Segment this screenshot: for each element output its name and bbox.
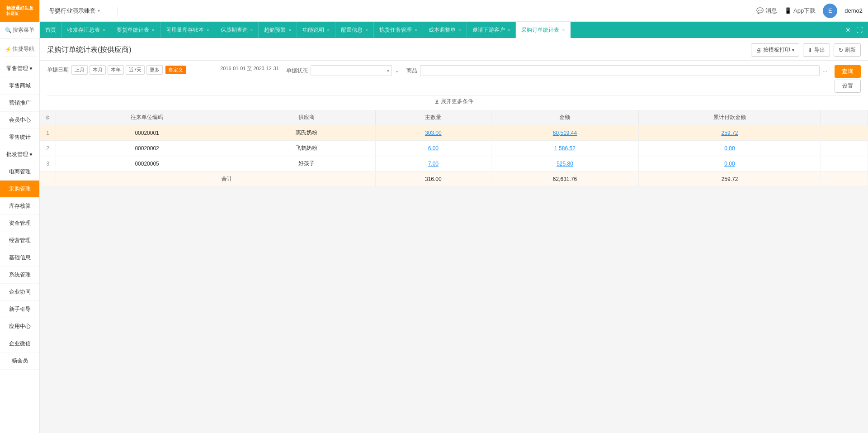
filter-top-row: 单据日期 上月本月本年近7天更多 自定义 2016-01-01 至 2023-1… xyxy=(47,65,861,93)
username-label[interactable]: demo2 xyxy=(844,7,863,14)
date-option-更多[interactable]: 更多 xyxy=(146,65,163,75)
status-select[interactable] xyxy=(311,65,392,76)
print-button[interactable]: 🖨 按模板打印 ▾ xyxy=(751,43,799,57)
sidebar-item-批发管理[interactable]: 批发管理▼ xyxy=(0,146,39,163)
tab-采购订单统计表[interactable]: 采购订单统计表× xyxy=(516,22,571,38)
tab-可用量库存账本[interactable]: 可用量库存账本× xyxy=(160,22,215,38)
sidebar-item-会员中心[interactable]: 会员中心 xyxy=(0,112,39,129)
tab-拣货任务管理[interactable]: 拣货任务管理× xyxy=(374,22,423,38)
date-option-本年[interactable]: 本年 xyxy=(108,65,124,75)
sidebar-item-基础信息[interactable]: 基础信息 xyxy=(0,249,39,266)
tab-超储预警[interactable]: 超储预警× xyxy=(259,22,297,38)
tab-保质期查询[interactable]: 保质期查询× xyxy=(215,22,259,38)
tab-label: 配置信息 xyxy=(341,26,363,34)
date-option-近7天[interactable]: 近7天 xyxy=(126,65,145,75)
sidebar-item-零售管理[interactable]: 零售管理▼ xyxy=(0,60,39,77)
main-qty-cell[interactable]: 303.00 xyxy=(375,125,491,141)
paid-amount-link[interactable]: 0.00 xyxy=(724,161,735,167)
tab-首页[interactable]: 首页 xyxy=(40,22,62,38)
sidebar-item-经营管理[interactable]: 经营管理 xyxy=(0,232,39,249)
custom-date-button[interactable]: 自定义 xyxy=(165,66,186,74)
amount-cell[interactable]: 60,519.44 xyxy=(491,125,639,141)
sidebar-item-企业协同[interactable]: 企业协同 xyxy=(0,284,39,301)
main-qty-cell[interactable]: 7.00 xyxy=(375,156,491,171)
date-option-上月[interactable]: 上月 xyxy=(71,65,88,75)
tab-收发存汇总表[interactable]: 收发存汇总表× xyxy=(62,22,111,38)
goods-input[interactable] xyxy=(420,65,820,76)
refresh-button[interactable]: ↻ 刷新 xyxy=(834,43,861,57)
amount-link[interactable]: 1,586.52 xyxy=(554,145,576,152)
search-menu-button[interactable]: 🔍 搜索菜单 xyxy=(2,24,38,36)
tab-close-icon[interactable]: × xyxy=(327,28,330,33)
sidebar-item-畅会员[interactable]: 畅会员 xyxy=(0,352,39,370)
maximize-tab-button[interactable]: ⛶ xyxy=(854,25,864,34)
paid-amount-cell[interactable]: 0.00 xyxy=(638,156,821,171)
tab-close-icon[interactable]: × xyxy=(508,28,510,33)
expand-icon: ⊻ xyxy=(435,99,439,105)
paid-amount-cell[interactable]: 259.72 xyxy=(638,125,821,141)
paid-amount-link[interactable]: 0.00 xyxy=(724,145,735,152)
tab-close-icon[interactable]: × xyxy=(562,28,565,33)
tab-close-icon[interactable]: × xyxy=(152,28,155,33)
tab-功能说明[interactable]: 功能说明× xyxy=(297,22,335,38)
sidebar-item-库存核算[interactable]: 库存核算 xyxy=(0,198,39,215)
empty-col-header xyxy=(821,110,868,125)
app-download-button[interactable]: 📱 App下载 xyxy=(784,7,816,15)
sidebar-item-零售统计[interactable]: 零售统计 xyxy=(0,129,39,146)
date-options: 上月本月本年近7天更多 xyxy=(71,65,163,75)
main-qty-link[interactable]: 6.00 xyxy=(428,145,439,152)
tab-成本调整单[interactable]: 成本调整单× xyxy=(423,22,467,38)
close-tab-button[interactable]: ✕ xyxy=(844,25,853,34)
sidebar-item-系统管理[interactable]: 系统管理 xyxy=(0,266,39,284)
main-qty-cell[interactable]: 6.00 xyxy=(375,141,491,156)
goods-more-icon[interactable]: ··· xyxy=(822,67,827,74)
quick-nav-button[interactable]: ⚡ 快捷导航 xyxy=(2,42,38,57)
vendor-name-cell: 飞鹤奶粉 xyxy=(238,141,375,156)
date-option-本月[interactable]: 本月 xyxy=(90,65,106,75)
query-button[interactable]: 查询 xyxy=(835,65,861,78)
tab-配置信息[interactable]: 配置信息× xyxy=(335,22,374,38)
row-num-cell: 2 xyxy=(40,141,56,156)
export-button[interactable]: ⬇ 导出 xyxy=(803,43,830,57)
tab-close-icon[interactable]: × xyxy=(365,28,368,33)
sidebar-item-新手引导[interactable]: 新手引导 xyxy=(0,301,39,318)
column-settings-icon[interactable]: ⚙ xyxy=(45,114,50,121)
sidebar-item-资金管理[interactable]: 资金管理 xyxy=(0,215,39,232)
status-select-wrapper xyxy=(311,65,392,76)
tabbar-actions: ✕ ⛶ xyxy=(840,25,868,34)
nav-icon: ⚡ xyxy=(5,46,12,52)
main-qty-link[interactable]: 303.00 xyxy=(425,130,442,136)
tab-close-icon[interactable]: × xyxy=(288,28,291,33)
amount-link[interactable]: 525.80 xyxy=(557,161,573,167)
sidebar-item-采购管理[interactable]: 采购管理 xyxy=(0,181,39,198)
amount-link[interactable]: 60,519.44 xyxy=(553,130,577,136)
settings-button[interactable]: 设置 xyxy=(835,80,861,93)
amount-cell[interactable]: 1,586.52 xyxy=(491,141,639,156)
tab-close-icon[interactable]: × xyxy=(207,28,209,33)
paid-amount-link[interactable]: 259.72 xyxy=(722,130,738,136)
sidebar-item-企业微信[interactable]: 企业微信 xyxy=(0,335,39,352)
sidebar-item-电商管理[interactable]: 电商管理 xyxy=(0,163,39,181)
tab-label: 成本调整单 xyxy=(429,26,456,34)
message-button[interactable]: 💬 消息 xyxy=(756,7,777,15)
amount-cell[interactable]: 525.80 xyxy=(491,156,639,171)
tab-label: 拣货任务管理 xyxy=(379,26,412,34)
workspace-selector[interactable]: 母婴行业演示账套 ▾ xyxy=(45,7,118,15)
empty-cell xyxy=(821,156,868,171)
main-qty-link[interactable]: 7.00 xyxy=(428,161,439,167)
tab-close-icon[interactable]: × xyxy=(250,28,253,33)
page-title: 采购订单统计表(按供应商) xyxy=(47,45,132,55)
tab-close-icon[interactable]: × xyxy=(415,28,417,33)
tab-close-icon[interactable]: × xyxy=(458,28,461,33)
tab-要货单统计表[interactable]: 要货单统计表× xyxy=(111,22,160,38)
tab-close-icon[interactable]: × xyxy=(103,28,105,33)
paid-amount-cell[interactable]: 0.00 xyxy=(638,141,821,156)
sidebar-item-零售商城[interactable]: 零售商城 xyxy=(0,77,39,95)
logo-line2: 标题版 xyxy=(6,11,33,17)
workspace-dropdown-icon: ▾ xyxy=(98,8,100,13)
export-icon: ⬇ xyxy=(808,47,812,53)
expand-more-button[interactable]: ⊻ 展开更多条件 xyxy=(47,95,861,107)
sidebar-item-营销推广[interactable]: 营销推广 xyxy=(0,95,39,112)
tab-邀请下游客户[interactable]: 邀请下游客户× xyxy=(467,22,516,38)
sidebar-item-应用中心[interactable]: 应用中心 xyxy=(0,318,39,335)
